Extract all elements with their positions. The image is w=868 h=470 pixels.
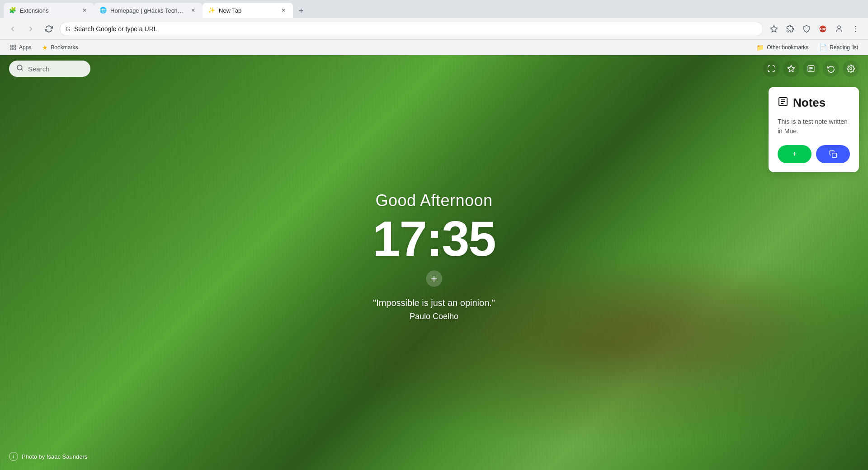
page-refresh-button[interactable]	[823, 61, 839, 77]
tab-ghacks[interactable]: 🌐 Homepage | gHacks Technology... ✕	[94, 3, 203, 18]
browser-frame: 🧩 Extensions ✕ 🌐 Homepage | gHacks Techn…	[0, 0, 868, 470]
reading-list-icon: 📄	[819, 44, 827, 51]
svg-rect-7	[11, 45, 13, 47]
svg-point-17	[850, 68, 852, 70]
svg-text:ABP: ABP	[820, 28, 826, 31]
bookmarks-bar: Apps ★ Bookmarks 📁 Other bookmarks 📄 Rea…	[0, 40, 868, 55]
reading-list[interactable]: 📄 Reading list	[815, 42, 863, 53]
fullscreen-button[interactable]	[763, 61, 779, 77]
reading-list-label: Reading list	[830, 44, 858, 51]
page-toolbar-right	[763, 61, 859, 77]
tab-extensions-favicon: 🧩	[9, 7, 16, 14]
browser-toolbar: G Search Google or type a URL ABP	[0, 18, 868, 40]
quote-text: "Impossible is just an opinion."	[373, 298, 495, 308]
apps-bookmark[interactable]: Apps	[5, 42, 36, 53]
info-icon[interactable]: i	[9, 452, 18, 461]
back-button[interactable]	[5, 22, 20, 36]
tab-extensions-title: Extensions	[20, 7, 77, 14]
svg-rect-8	[14, 45, 15, 47]
svg-point-4	[855, 26, 856, 27]
svg-rect-9	[11, 48, 13, 50]
notes-header: Notes	[778, 96, 850, 110]
notes-panel-icon	[778, 96, 788, 110]
svg-rect-10	[14, 48, 15, 50]
forward-button[interactable]	[24, 22, 38, 36]
tab-extensions-close[interactable]: ✕	[80, 6, 89, 14]
notes-copy-button[interactable]	[816, 145, 850, 163]
search-placeholder: Search	[28, 65, 50, 73]
refresh-button[interactable]	[42, 22, 56, 36]
tab-ghacks-favicon: 🌐	[99, 7, 107, 14]
settings-button[interactable]	[843, 61, 859, 77]
tab-newtab[interactable]: ✨ New Tab ✕	[203, 3, 293, 18]
svg-point-5	[855, 28, 856, 29]
other-bookmarks-label: Other bookmarks	[767, 44, 808, 51]
copy-icon	[829, 150, 837, 158]
address-bar[interactable]: G Search Google or type a URL	[60, 22, 763, 36]
bookmarks-label: Bookmarks	[51, 44, 78, 51]
search-icon	[16, 64, 24, 73]
svg-point-3	[838, 26, 840, 28]
tab-newtab-close[interactable]: ✕	[279, 6, 288, 14]
clock: 17:35	[373, 214, 495, 263]
center-content: Good Afternoon 17:35 + "Impossible is ju…	[373, 191, 495, 321]
address-text: Search Google or type a URL	[74, 25, 757, 33]
svg-point-6	[855, 31, 856, 32]
more-button[interactable]	[848, 22, 863, 36]
page-top-bar: Search	[0, 55, 868, 82]
tab-newtab-favicon: ✨	[208, 7, 215, 14]
new-tab-button[interactable]: +	[295, 5, 307, 17]
new-tab-page: Search Good	[0, 55, 868, 470]
notes-add-button[interactable]: +	[778, 145, 811, 163]
greeting: Good Afternoon	[373, 191, 495, 210]
notes-title: Notes	[793, 96, 826, 110]
svg-marker-12	[788, 66, 795, 72]
tab-extensions[interactable]: 🧩 Extensions ✕	[4, 3, 94, 18]
tab-newtab-title: New Tab	[219, 7, 276, 14]
notes-actions: +	[778, 145, 850, 163]
adblock-button[interactable]: ABP	[816, 22, 830, 36]
shield-button[interactable]	[799, 22, 814, 36]
star-button[interactable]	[767, 22, 781, 36]
other-bookmarks[interactable]: 📁 Other bookmarks	[752, 42, 813, 53]
google-icon: G	[66, 25, 71, 33]
svg-marker-0	[771, 25, 778, 32]
photo-credit-text: Photo by Isaac Saunders	[22, 453, 87, 460]
svg-rect-22	[832, 153, 836, 158]
extensions-button[interactable]	[783, 22, 797, 36]
quote-author: Paulo Coelho	[373, 312, 495, 321]
svg-point-11	[17, 65, 22, 70]
bookmarks-item[interactable]: ★ Bookmarks	[38, 42, 82, 53]
profile-button[interactable]	[832, 22, 846, 36]
add-widget-button[interactable]: +	[426, 271, 442, 287]
tab-ghacks-close[interactable]: ✕	[189, 6, 197, 14]
tab-bar: 🧩 Extensions ✕ 🌐 Homepage | gHacks Techn…	[0, 0, 868, 18]
notes-button[interactable]	[803, 61, 819, 77]
notes-content: This is a test note written in Mue.	[778, 117, 850, 136]
photo-credit: i Photo by Isaac Saunders	[9, 452, 87, 461]
notes-panel: Notes This is a test note written in Mue…	[769, 87, 859, 172]
search-box[interactable]: Search	[9, 61, 90, 77]
toolbar-right: ABP	[767, 22, 863, 36]
apps-label: Apps	[19, 44, 31, 51]
tab-ghacks-title: Homepage | gHacks Technology...	[110, 7, 185, 14]
favorite-button[interactable]	[783, 61, 799, 77]
bookmarks-star-icon: ★	[42, 44, 48, 51]
folder-icon: 📁	[756, 44, 764, 51]
notes-add-icon: +	[793, 150, 797, 158]
